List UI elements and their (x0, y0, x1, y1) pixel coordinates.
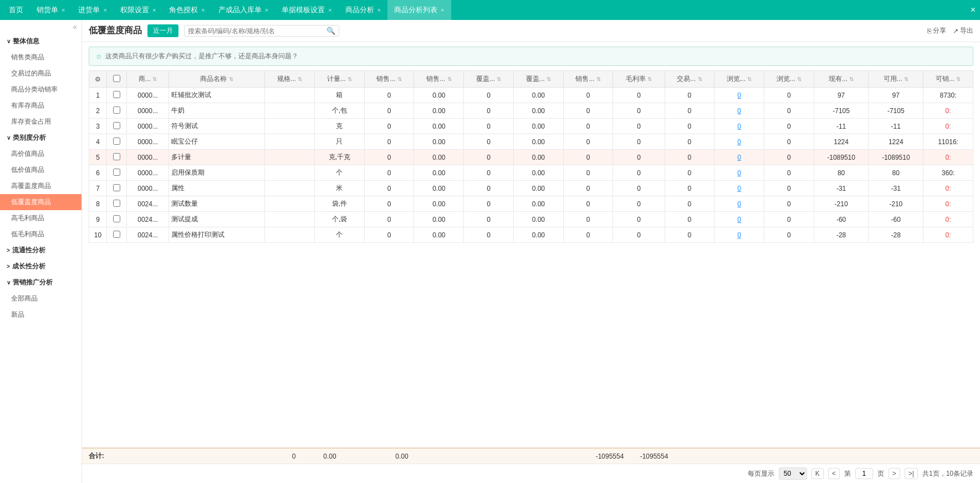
sidebar-group-overall[interactable]: ∨ 整体信息 (0, 33, 81, 49)
search-box: 🔍 (184, 25, 339, 37)
sidebar-collapse-button[interactable]: « (0, 20, 81, 33)
sidebar-group-growth[interactable]: > 成长性分析 (0, 258, 81, 274)
th-coverage2[interactable]: 覆盖... ⇅ (513, 71, 563, 88)
search-input[interactable] (188, 27, 326, 35)
sidebar-item-high-value[interactable]: 高价值商品 (0, 146, 81, 162)
next-page-button[interactable]: > (889, 468, 900, 479)
th-unit[interactable]: 计量... ⇅ (314, 71, 364, 88)
th-spec[interactable]: 规格... ⇅ (265, 71, 315, 88)
close-icon[interactable]: × (441, 0, 444, 20)
select-all-checkbox[interactable] (113, 75, 120, 82)
row-browse1[interactable]: 0 (714, 119, 764, 134)
close-icon[interactable]: × (377, 0, 381, 20)
row-checkbox[interactable] (113, 169, 120, 176)
sidebar-item-low-margin[interactable]: 低毛利商品 (0, 226, 81, 242)
prev-page-button[interactable]: < (828, 468, 840, 479)
row-checkbox-cell[interactable] (107, 119, 127, 134)
tab-finished-goods[interactable]: 产成品入库单 × (212, 0, 275, 20)
sidebar-item-low-value[interactable]: 低价值商品 (0, 162, 81, 178)
row-checkbox-cell[interactable] (107, 150, 127, 165)
row-browse1[interactable]: 0 (714, 165, 764, 181)
row-browse1[interactable]: 0 (714, 103, 764, 119)
time-filter-button[interactable]: 近一月 (147, 24, 178, 37)
row-checkbox-cell[interactable] (107, 165, 127, 181)
row-browse1[interactable]: 0 (714, 150, 764, 165)
row-checkbox[interactable] (113, 106, 120, 114)
last-page-button[interactable]: >| (905, 468, 918, 479)
row-code: 0024... (127, 212, 169, 227)
th-saleable[interactable]: 可销... ⇅ (923, 71, 973, 88)
sidebar-item-sales-goods[interactable]: 销售类商品 (0, 49, 81, 65)
sidebar-item-high-coverage[interactable]: 高覆盖度商品 (0, 178, 81, 194)
sidebar-group-marketing[interactable]: ∨ 营销推广分析 (0, 274, 81, 291)
close-icon[interactable]: × (62, 0, 65, 20)
share-button[interactable]: ⎘ 分享 (927, 26, 946, 35)
sidebar-item-low-coverage[interactable]: 低覆盖度商品 (0, 194, 81, 210)
sidebar-item-category-turnover[interactable]: 商品分类动销率 (0, 82, 81, 98)
close-icon[interactable]: × (265, 0, 268, 20)
tab-product-analysis[interactable]: 商品分析 × (339, 0, 387, 20)
sidebar-group-category[interactable]: ∨ 类别度分析 (0, 130, 81, 146)
row-checkbox-cell[interactable] (107, 212, 127, 227)
close-icon[interactable]: × (328, 0, 331, 20)
row-checkbox[interactable] (113, 215, 120, 222)
close-icon[interactable]: × (103, 0, 106, 20)
tab-home[interactable]: 首页 (2, 0, 30, 20)
row-checkbox-cell[interactable] (107, 181, 127, 196)
row-browse1[interactable]: 0 (714, 134, 764, 150)
th-browse1[interactable]: 浏览... ⇅ (714, 71, 764, 88)
th-gross-margin[interactable]: 毛利率 ⇅ (613, 71, 665, 88)
row-browse1[interactable]: 0 (714, 227, 764, 243)
row-browse1[interactable]: 0 (714, 181, 764, 196)
close-icon[interactable]: × (152, 0, 156, 20)
close-all-tabs-button[interactable]: × (971, 0, 976, 20)
row-checkbox-cell[interactable] (107, 196, 127, 212)
row-browse1[interactable]: 0 (714, 196, 764, 212)
tab-role-auth[interactable]: 角色授权 × (162, 0, 211, 20)
th-available[interactable]: 可用... ⇅ (869, 71, 923, 88)
tab-template-settings[interactable]: 单据模板设置 × (275, 0, 338, 20)
row-checkbox[interactable] (113, 231, 120, 238)
th-coverage1[interactable]: 覆盖... ⇅ (464, 71, 514, 88)
search-icon[interactable]: 🔍 (326, 27, 335, 35)
th-name[interactable]: 商品名称 ⇅ (169, 71, 264, 88)
th-sales2[interactable]: 销售... ⇅ (414, 71, 464, 88)
th-browse2[interactable]: 浏览... ⇅ (764, 71, 814, 88)
row-checkbox-cell[interactable] (107, 103, 127, 119)
tab-purchase-order[interactable]: 进货单 × (72, 0, 113, 20)
page-input[interactable] (855, 468, 873, 479)
th-sales1[interactable]: 销售... ⇅ (364, 71, 414, 88)
sidebar-item-all-goods[interactable]: 全部商品 (0, 291, 81, 307)
row-checkbox[interactable] (113, 200, 120, 207)
row-checkbox[interactable] (113, 184, 120, 191)
tab-product-analysis-list[interactable]: 商品分析列表 × (387, 0, 451, 20)
sidebar-item-traded-goods[interactable]: 交易过的商品 (0, 65, 81, 82)
row-checkbox-cell[interactable] (107, 88, 127, 103)
th-sales3[interactable]: 销售... ⇅ (563, 71, 613, 88)
th-checkbox[interactable] (107, 71, 127, 88)
sidebar-item-new-goods[interactable]: 新品 (0, 307, 81, 323)
th-settings[interactable]: ⚙ (89, 71, 107, 88)
row-checkbox[interactable] (113, 153, 120, 160)
th-code[interactable]: 商... ⇅ (127, 71, 169, 88)
row-browse1[interactable]: 0 (714, 88, 764, 103)
sidebar-item-in-stock[interactable]: 有库存商品 (0, 98, 81, 114)
row-checkbox[interactable] (113, 138, 120, 145)
row-checkbox[interactable] (113, 91, 120, 98)
per-page-select[interactable]: 50 20 100 (779, 467, 807, 480)
tab-sales-order[interactable]: 销货单 × (30, 0, 72, 20)
sidebar-item-capital-occupation[interactable]: 库存资金占用 (0, 114, 81, 130)
row-checkbox-cell[interactable] (107, 134, 127, 150)
export-button[interactable]: ↗ 导出 (953, 26, 973, 35)
row-browse1[interactable]: 0 (714, 212, 764, 227)
row-checkbox[interactable] (113, 122, 120, 129)
header-actions: ⎘ 分享 ↗ 导出 (927, 26, 973, 35)
th-current-stock[interactable]: 现有... ⇅ (814, 71, 869, 88)
sidebar-group-liquidity[interactable]: > 流通性分析 (0, 242, 81, 258)
row-checkbox-cell[interactable] (107, 227, 127, 243)
th-transaction[interactable]: 交易... ⇅ (665, 71, 714, 88)
sidebar-item-high-margin[interactable]: 高毛利商品 (0, 210, 81, 226)
first-page-button[interactable]: K (811, 468, 824, 479)
close-icon[interactable]: × (201, 0, 205, 20)
tab-permissions[interactable]: 权限设置 × (114, 0, 162, 20)
